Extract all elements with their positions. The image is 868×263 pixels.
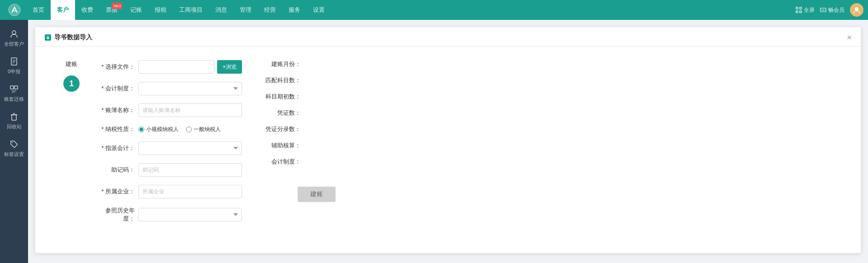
history-year-row: 参照历史年度：	[99, 207, 242, 223]
import-icon	[44, 34, 52, 41]
sidebar-item-all-clients[interactable]: 全部客户	[0, 24, 28, 52]
svg-rect-3	[796, 11, 798, 13]
sidebar-label-account-migration: 账套迁移	[4, 96, 24, 103]
trash-icon	[9, 112, 19, 122]
main-wrapper: 导爷数据导入 × 建账 1 * 选择文件： +浏览	[28, 20, 868, 263]
init-balance-label: 科目期初数：	[260, 93, 301, 101]
svg-rect-4	[800, 11, 802, 13]
nav-item-service[interactable]: 服务	[282, 0, 307, 20]
ledger-name-input[interactable]	[138, 103, 242, 117]
memo-input[interactable]	[138, 163, 242, 177]
create-account-button[interactable]: 建账	[298, 187, 336, 202]
step-label: 建账	[66, 60, 77, 68]
svg-rect-1	[796, 7, 798, 9]
nav-item-tax[interactable]: 报税	[148, 0, 173, 20]
svg-point-6	[855, 7, 859, 11]
nav-item-operation[interactable]: 经营	[258, 0, 282, 20]
file-icon	[9, 56, 19, 66]
fullscreen-label: 全屏	[804, 6, 815, 14]
company-label: * 所属企业：	[99, 188, 135, 196]
import-dialog: 导爷数据导入 × 建账 1 * 选择文件： +浏览	[35, 27, 861, 253]
month-row: 建账月份：	[260, 60, 360, 68]
accountant-row: * 指派会计：	[99, 141, 242, 155]
accounting-system-row: * 会计制度：	[99, 82, 242, 95]
nav-item-client[interactable]: 客户	[51, 0, 75, 20]
accounting-system2-label: 会计制度：	[260, 158, 301, 166]
dialog-body: 建账 1 * 选择文件： +浏览 * 会计制度：	[35, 47, 861, 244]
tax-option-general[interactable]: 一般纳税人	[186, 126, 221, 133]
init-balance-row: 科目期初数：	[260, 93, 360, 101]
auxiliary-label: 辅助核算：	[260, 141, 301, 150]
tax-option-general-label: 一般纳税人	[194, 126, 221, 133]
svg-rect-10	[14, 86, 18, 89]
step-circle: 1	[63, 75, 80, 92]
memo-label: 助记码：	[99, 166, 135, 174]
month-label: 建账月份：	[260, 60, 301, 68]
nav-item-message[interactable]: 消息	[209, 0, 233, 20]
tax-type-row: * 纳税性质： 小规模纳税人 一般纳税人	[99, 125, 242, 133]
file-label: * 选择文件：	[99, 63, 135, 71]
member-label: 畅会员	[828, 6, 844, 14]
tax-type-label: * 纳税性质：	[99, 125, 135, 133]
tax-option-small[interactable]: 小规模纳税人	[138, 126, 179, 133]
tax-type-radio-group: 小规模纳税人 一般纳税人	[138, 126, 242, 133]
sidebar-item-tag-settings[interactable]: 标签设置	[0, 135, 28, 162]
svg-point-7	[12, 31, 16, 34]
dialog-close-button[interactable]: ×	[847, 33, 852, 42]
nav-item-business[interactable]: 工商项目	[173, 0, 209, 20]
voucher-entry-label: 凭证分录数：	[260, 125, 301, 133]
company-row: * 所属企业：	[99, 185, 242, 198]
sidebar-item-account-migration[interactable]: 账套迁移	[0, 80, 28, 107]
file-input[interactable]	[138, 60, 214, 74]
memo-row: 助记码：	[99, 163, 242, 177]
member-button[interactable]: 畅会员	[820, 6, 844, 14]
step-section: 建账 1	[53, 60, 90, 92]
nav-item-billing[interactable]: 收费	[75, 0, 100, 20]
sidebar-label-zero-declaration: 0申报	[8, 68, 20, 75]
accounting-system-label: * 会计制度：	[99, 85, 135, 93]
svg-rect-9	[10, 86, 14, 89]
top-navigation: 首页 客户 收费 票据 new 记账 报税 工商项目 消息 管理 经营 服务 设…	[0, 0, 868, 20]
accounting-system2-row: 会计制度：	[260, 158, 360, 166]
svg-rect-2	[800, 7, 802, 9]
nav-item-invoice[interactable]: 票据 new	[100, 0, 124, 20]
voucher-row: 凭证数：	[260, 109, 360, 117]
sidebar: 全部客户 0申报 账套迁移 回收站 标签设置	[0, 20, 28, 263]
accounting-system-select[interactable]	[138, 82, 242, 95]
avatar[interactable]	[850, 3, 863, 17]
accountant-select[interactable]	[138, 141, 242, 155]
match-subject-row: 匹配科目数：	[260, 76, 360, 85]
nav-item-settings[interactable]: 设置	[307, 0, 331, 20]
accountant-label: * 指派会计：	[99, 144, 135, 152]
nav-item-bookkeeping[interactable]: 记账	[124, 0, 148, 20]
fullscreen-button[interactable]: 全屏	[796, 6, 815, 14]
info-section: 建账月份： 匹配科目数： 科目期初数： 凭证数： 凭证分录数：	[260, 60, 360, 231]
new-badge: new	[112, 3, 122, 9]
nav-item-home[interactable]: 首页	[26, 0, 51, 20]
history-year-select[interactable]	[138, 208, 242, 221]
auxiliary-row: 辅助核算：	[260, 141, 360, 150]
nav-item-management[interactable]: 管理	[233, 0, 258, 20]
browse-button[interactable]: +浏览	[217, 60, 242, 74]
dialog-header: 导爷数据导入 ×	[35, 27, 861, 47]
user-icon	[9, 29, 19, 39]
voucher-label: 凭证数：	[260, 109, 301, 117]
dialog-title-text: 导爷数据导入	[54, 33, 92, 42]
transfer-icon	[9, 84, 19, 94]
svg-point-11	[12, 142, 13, 143]
sidebar-label-all-clients: 全部客户	[4, 41, 24, 47]
company-input[interactable]	[138, 185, 242, 198]
logo	[5, 0, 24, 20]
ledger-name-label: * 账簿名称：	[99, 106, 135, 114]
sidebar-label-recycle: 回收站	[7, 123, 22, 130]
nav-right: 全屏 畅会员	[796, 3, 863, 17]
sidebar-label-tag-settings: 标签设置	[4, 151, 24, 158]
voucher-entry-row: 凭证分录数：	[260, 125, 360, 133]
sidebar-item-recycle[interactable]: 回收站	[0, 107, 28, 135]
sidebar-item-zero-declaration[interactable]: 0申报	[0, 52, 28, 80]
file-row: * 选择文件： +浏览	[99, 60, 242, 74]
match-subject-label: 匹配科目数：	[260, 76, 301, 85]
dialog-title: 导爷数据导入	[44, 33, 92, 42]
tag-icon	[9, 139, 19, 149]
history-year-label: 参照历史年度：	[99, 207, 135, 223]
